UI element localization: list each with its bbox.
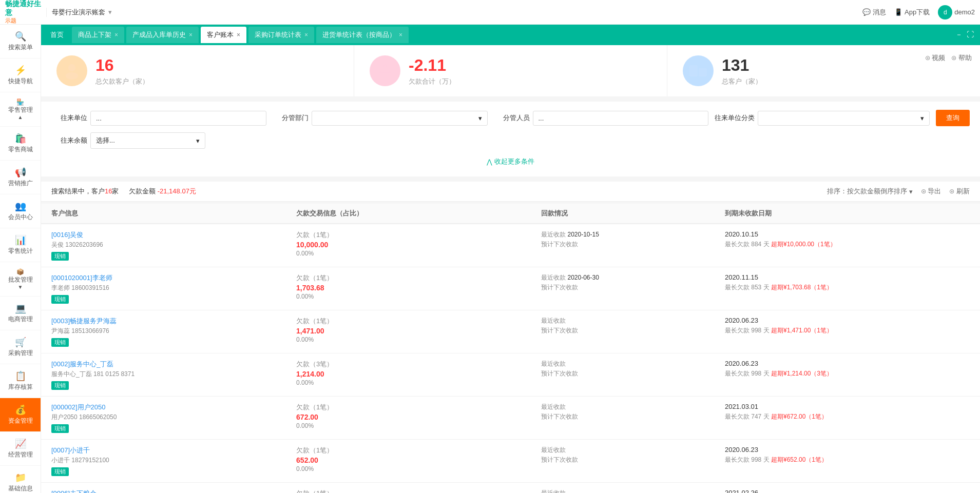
overdue-info: 最长欠款 998 天 超期¥1,214.00（3笔） bbox=[725, 369, 970, 378]
customer-name[interactable]: [0002]服务中心_丁磊 bbox=[51, 360, 296, 369]
page-content: 16 总欠款客户（家） -2.11 欠款合计（万） bbox=[41, 45, 980, 493]
overdue-link[interactable]: 超期¥652.00（1笔） bbox=[771, 456, 828, 463]
tab-home[interactable]: 首页 bbox=[44, 27, 70, 43]
finance-icon: 💰 bbox=[2, 404, 39, 416]
sidebar-item-operations[interactable]: 📈 经营管理 bbox=[0, 432, 41, 466]
debt-amount: 1,214.00 bbox=[296, 370, 541, 378]
overdue-link[interactable]: 超期¥10,000.00（1笔） bbox=[771, 241, 836, 248]
stat-card-debt: -2.11 欠款合计（万） bbox=[354, 45, 667, 96]
debt-amount: 1,471.00 bbox=[296, 327, 541, 335]
sidebar-item-marketing[interactable]: 📢 营销推广 bbox=[0, 161, 41, 194]
table-row: [0016]吴俊 吴俊 13026203696 现销 欠款（1笔） 10,000… bbox=[41, 224, 980, 267]
customer-name[interactable]: [0003]畅捷服务尹海蕊 bbox=[51, 317, 296, 326]
stat-help-btn[interactable]: ⊙ 帮助 bbox=[951, 53, 972, 63]
overdue-link[interactable]: 超期¥1,214.00（3笔） bbox=[771, 370, 833, 377]
sidebar-item-wholesale[interactable]: 📦 批发管理 ▼ bbox=[0, 262, 41, 297]
export-icon: ⊙ bbox=[921, 187, 926, 195]
sidebar-item-purchase[interactable]: 🛒 采购管理 bbox=[0, 330, 41, 364]
tab-customer-account-close[interactable]: × bbox=[237, 31, 240, 38]
tab-bar: 首页 商品上下架 × 产成品入库单历史 × 客户账本 × 采购订单统计表 × 进… bbox=[41, 25, 980, 45]
tab-maximize-icon[interactable]: ⛶ bbox=[967, 30, 974, 40]
tab-customer-account-label: 客户账本 bbox=[207, 30, 234, 40]
customer-name[interactable]: [0007]小进千 bbox=[51, 446, 296, 455]
filter-person-input[interactable]: ... bbox=[533, 111, 709, 126]
sidebar-item-inventory[interactable]: 📋 库存核算 bbox=[0, 364, 41, 398]
content-area: 首页 商品上下架 × 产成品入库单历史 × 客户账本 × 采购订单统计表 × 进… bbox=[41, 25, 980, 493]
debt-info: 欠款（1笔） 10,000.00 0.00% bbox=[296, 230, 541, 257]
tab-purchase-stats[interactable]: 采购订单统计表 × bbox=[248, 27, 314, 43]
customer-name[interactable]: [000002]用户2050 bbox=[51, 403, 296, 412]
sidebar-ecommerce-label: 电商管理 bbox=[2, 315, 39, 324]
header-due: 到期未收款日期 bbox=[725, 209, 970, 218]
filter-partner-label: 往来单位 bbox=[51, 113, 87, 123]
filter-category: 往来单位分类 ▾ bbox=[715, 111, 930, 126]
filter-person-label: 分管人员 bbox=[494, 113, 530, 123]
tab-goods-shelf-close[interactable]: × bbox=[114, 31, 118, 38]
stat-top-actions: ⊙ 视频 ⊙ 帮助 bbox=[925, 53, 972, 63]
tab-customer-account[interactable]: 客户账本 × bbox=[201, 27, 246, 43]
sidebar-item-search[interactable]: 🔍 搜索菜单 bbox=[0, 25, 41, 58]
sidebar-item-finance[interactable]: 💰 资金管理 bbox=[0, 398, 41, 432]
due-date: 2020.06.23 bbox=[725, 317, 970, 324]
sidebar-item-retail-mgmt[interactable]: 🏪 零售管理 ▲ bbox=[0, 92, 41, 127]
debt-pct: 0.00% bbox=[296, 336, 541, 343]
collapse-row[interactable]: ⋀ 收起更多条件 bbox=[51, 155, 970, 168]
return-next: 预计下次收款 bbox=[541, 456, 725, 464]
table-row: [0001020001]李老师 李老师 18600391516 现销 欠款（1笔… bbox=[41, 267, 980, 310]
filter-partner-input[interactable]: ... bbox=[90, 111, 266, 126]
due-info: 2020.11.15 最长欠款 853 天 超期¥1,703.68（1笔） bbox=[725, 273, 970, 292]
sort-selector[interactable]: 排序：按欠款金额倒序排序 ▾ bbox=[827, 187, 913, 196]
sidebar: 🔍 搜索菜单 ⚡ 快捷导航 🏪 零售管理 ▲ 🛍️ 零售商城 📢 营销推广 👥 … bbox=[0, 25, 41, 493]
message-btn[interactable]: 💬 消息 bbox=[862, 8, 886, 17]
inventory-icon: 📋 bbox=[2, 370, 39, 382]
filter-category-select[interactable]: ▾ bbox=[758, 111, 930, 126]
table-row: [0006]去下粮仓 陈小希 现销 欠款（1笔） 455.90 0.00% 最近… bbox=[41, 483, 980, 493]
filter-person-dots: ... bbox=[539, 114, 544, 122]
return-last: 最近收款 2020-10-15 bbox=[541, 230, 725, 239]
result-text: 搜索结果中，客户16家 bbox=[51, 187, 119, 195]
sidebar-item-basic-info[interactable]: 📁 基础信息 bbox=[0, 466, 41, 493]
overdue-info: 最长欠款 998 天 超期¥652.00（1笔） bbox=[725, 456, 970, 464]
sidebar-item-member[interactable]: 👥 会员中心 bbox=[0, 194, 41, 228]
stat-video-btn[interactable]: ⊙ 视频 bbox=[925, 53, 946, 63]
chevron-down-icon: ▾ bbox=[478, 114, 482, 122]
overdue-link[interactable]: 超期¥1,703.68（1笔） bbox=[771, 284, 833, 291]
tab-purchase-stats-close[interactable]: × bbox=[304, 31, 308, 38]
tab-goods-shelf[interactable]: 商品上下架 × bbox=[72, 27, 124, 43]
due-info: 2020.06.23 最长欠款 998 天 超期¥652.00（1笔） bbox=[725, 446, 970, 464]
wholesale-icon: 📦 bbox=[16, 268, 24, 275]
filter-dept-select[interactable]: ▾ bbox=[312, 111, 488, 126]
sidebar-item-quick-nav[interactable]: ⚡ 快捷导航 bbox=[0, 58, 41, 92]
tab-minimize-icon[interactable]: － bbox=[955, 30, 963, 40]
overdue-link[interactable]: 超期¥1,471.00（1笔） bbox=[771, 327, 833, 334]
user-profile[interactable]: d demo2 bbox=[938, 5, 975, 19]
customer-name[interactable]: [0016]吴俊 bbox=[51, 230, 296, 240]
export-btn[interactable]: ⊙ 导出 bbox=[921, 187, 941, 196]
store-selector[interactable]: 母婴行业演示账套 ▾ bbox=[46, 8, 123, 17]
customer-name[interactable]: [0006]去下粮仓 bbox=[51, 489, 296, 493]
sidebar-item-retail-stats[interactable]: 📊 零售统计 bbox=[0, 228, 41, 262]
debt-pct: 0.00% bbox=[296, 293, 541, 300]
debt-count: 欠款（1笔） bbox=[296, 317, 541, 326]
query-button[interactable]: 查询 bbox=[936, 110, 970, 126]
tab-production-history[interactable]: 产成品入库单历史 × bbox=[126, 27, 199, 43]
debt-count: 欠款（1笔） bbox=[296, 273, 541, 283]
sidebar-item-retail-mall[interactable]: 🛍️ 零售商城 bbox=[0, 127, 41, 161]
tab-stock-stats-label: 进货单统计表（按商品） bbox=[322, 30, 396, 40]
refresh-icon: ⊙ bbox=[949, 187, 954, 195]
tab-home-label: 首页 bbox=[50, 30, 64, 40]
filter-balance-select[interactable]: 选择... ▾ bbox=[90, 132, 205, 149]
debt-amount: 652.00 bbox=[296, 456, 541, 464]
tab-stock-stats-close[interactable]: × bbox=[399, 31, 402, 38]
app-download-btn[interactable]: 📱 App下载 bbox=[894, 8, 930, 17]
overdue-link[interactable]: 超期¥672.00（1笔） bbox=[771, 413, 828, 420]
stat-total-label: 总客户（家） bbox=[722, 77, 762, 86]
refresh-btn[interactable]: ⊙ 刷新 bbox=[949, 187, 970, 196]
tab-stock-stats[interactable]: 进货单统计表（按商品） × bbox=[316, 27, 409, 43]
sidebar-item-ecommerce[interactable]: 💻 电商管理 bbox=[0, 297, 41, 330]
collapse-label: 收起更多条件 bbox=[494, 157, 534, 166]
username: demo2 bbox=[954, 8, 975, 16]
tab-production-history-close[interactable]: × bbox=[189, 31, 193, 38]
customer-name[interactable]: [0001020001]李老师 bbox=[51, 273, 296, 283]
sidebar-retail-stats-label: 零售统计 bbox=[2, 247, 39, 255]
